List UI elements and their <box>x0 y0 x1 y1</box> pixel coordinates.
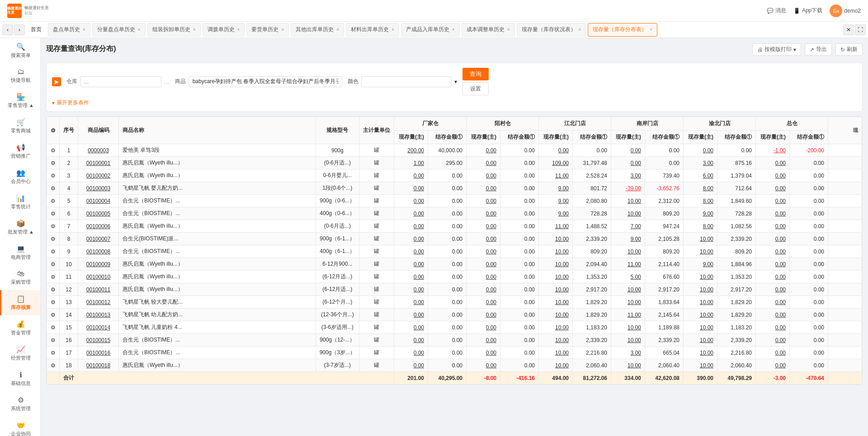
td-settings[interactable]: ⚙ <box>47 283 60 296</box>
td-changjiaCun-qty[interactable]: 200.00 <box>394 144 428 157</box>
td-code[interactable]: 00100011 <box>78 283 119 296</box>
td-changjiaCun-qty[interactable]: 0.00 <box>394 169 428 182</box>
tab-close-8[interactable]: × <box>452 27 455 32</box>
td-code[interactable]: 00100013 <box>78 309 119 321</box>
td-nanan-qty[interactable]: 10.00 <box>611 245 645 258</box>
td-changjiaCun-qty[interactable]: 0.00 <box>394 258 428 271</box>
sidebar-item-2[interactable]: 🏪零售管理 ▲ <box>0 88 40 113</box>
warehouse-input[interactable] <box>80 76 161 87</box>
td-yubei-qty[interactable]: 9.00 <box>684 207 717 220</box>
tab-10[interactable]: 现存量（库存状况表）× <box>517 23 586 37</box>
td-nanan-qty[interactable]: 9.00 <box>611 233 645 245</box>
td-changjiaCun-qty[interactable]: 0.00 <box>394 233 428 245</box>
td-code[interactable]: 0000003 <box>78 144 119 157</box>
td-yubei-qty[interactable]: 0.00 <box>684 144 717 157</box>
td-yubei-qty[interactable]: 9.00 <box>684 258 717 271</box>
tab-6[interactable]: 其他出库单历史× <box>291 23 344 37</box>
td-yubei-qty[interactable]: 10.00 <box>684 283 717 296</box>
td-changjiaCun-qty[interactable]: 0.00 <box>394 271 428 283</box>
td-zongcang-qty[interactable]: 0.00 <box>756 195 790 207</box>
td-jiangbei-qty[interactable]: 9.00 <box>539 195 573 207</box>
td-nanan-qty[interactable]: 10.00 <box>611 207 645 220</box>
query-btn[interactable]: 查询 <box>462 68 489 80</box>
td-yubei-qty[interactable]: 10.00 <box>684 233 717 245</box>
tab-close-10[interactable]: × <box>579 27 581 32</box>
td-code[interactable]: 00100004 <box>78 195 119 207</box>
td-jiangbei-qty[interactable]: 10.00 <box>539 283 573 296</box>
tab-next-btn[interactable]: › <box>14 24 25 35</box>
td-mucun-qty[interactable]: 0.00 <box>467 157 500 169</box>
td-yubei-qty[interactable]: 10.00 <box>684 359 717 372</box>
td-nanan-qty[interactable]: 11.00 <box>611 258 645 271</box>
td-nanan-qty[interactable]: 3.00 <box>611 347 645 359</box>
sidebar-item-3[interactable]: 🛒零售商城 <box>0 113 40 139</box>
td-code[interactable]: 00100010 <box>78 271 119 283</box>
td-zongcang-qty[interactable]: -1.00 <box>756 144 790 157</box>
td-jiangbei-qty[interactable]: 0.00 <box>539 144 573 157</box>
td-mucun-qty[interactable]: 0.00 <box>467 144 500 157</box>
expand-more-btn[interactable]: ▾ 展开更多条件 <box>52 99 89 107</box>
td-changjiaCun-qty[interactable]: 1.00 <box>394 157 428 169</box>
sidebar-item-4[interactable]: 📢营销推广 <box>0 139 40 164</box>
td-zongcang-qty[interactable]: 0.00 <box>756 347 790 359</box>
td-zongcang-qty[interactable]: 0.00 <box>756 169 790 182</box>
tab-close-5[interactable]: × <box>281 27 284 32</box>
td-jiangbei-qty[interactable]: 10.00 <box>539 334 573 347</box>
td-yubei-qty[interactable]: 8.00 <box>684 195 717 207</box>
td-nanan-qty[interactable]: 10.00 <box>611 283 645 296</box>
td-code[interactable]: 00100015 <box>78 334 119 347</box>
td-mucun-qty[interactable]: 0.00 <box>467 359 500 372</box>
td-code[interactable]: 00100006 <box>78 220 119 233</box>
td-nanan-qty[interactable]: 10.00 <box>611 321 645 334</box>
td-changjiaCun-qty[interactable]: 0.00 <box>394 245 428 258</box>
sidebar-item-5[interactable]: 👥会员中心 <box>0 164 40 189</box>
sidebar-item-13[interactable]: ℹ基础信息 <box>0 366 40 391</box>
td-jiangbei-qty[interactable]: 10.00 <box>539 271 573 283</box>
td-jiangbei-qty[interactable]: 11.00 <box>539 220 573 233</box>
td-changjiaCun-qty[interactable]: 0.00 <box>394 334 428 347</box>
tab-close-9[interactable]: × <box>507 27 510 32</box>
td-jiangbei-qty[interactable]: 10.00 <box>539 309 573 321</box>
td-settings[interactable]: ⚙ <box>47 296 60 309</box>
tab-5[interactable]: 要货单历史× <box>246 23 289 37</box>
td-jiangbei-qty[interactable]: 10.00 <box>539 245 573 258</box>
tab-11[interactable]: 现存量（库存分布表）× <box>588 23 657 37</box>
td-yubei-qty[interactable]: 10.00 <box>684 271 717 283</box>
td-settings[interactable]: ⚙ <box>47 169 60 182</box>
tab-1[interactable]: 盘点单历史× <box>48 23 90 37</box>
user-profile[interactable]: Ea demo2 <box>830 5 861 17</box>
tab-8[interactable]: 产成品入库单历史× <box>401 23 460 37</box>
td-code[interactable]: 00100003 <box>78 182 119 195</box>
message-btn[interactable]: 💬 消息 <box>767 7 786 14</box>
td-zongcang-qty[interactable]: 0.00 <box>756 283 790 296</box>
td-code[interactable]: 00100008 <box>78 245 119 258</box>
td-zongcang-qty[interactable]: 0.00 <box>756 258 790 271</box>
goods-input[interactable] <box>189 76 342 87</box>
tab-prev-btn[interactable]: ‹ <box>2 24 13 35</box>
td-settings[interactable]: ⚙ <box>47 334 60 347</box>
export-btn[interactable]: ↗ 导出 <box>805 43 832 56</box>
td-mucun-qty[interactable]: 0.00 <box>467 182 500 195</box>
td-nanan-qty[interactable]: -39.00 <box>611 182 645 195</box>
td-nanan-qty[interactable]: 0.00 <box>611 157 645 169</box>
warehouse-dots-btn[interactable]: ... <box>164 78 170 85</box>
td-settings[interactable]: ⚙ <box>47 258 60 271</box>
td-zongcang-qty[interactable]: 0.00 <box>756 359 790 372</box>
td-zongcang-qty[interactable]: 0.00 <box>756 271 790 283</box>
td-yubei-qty[interactable]: 3.00 <box>684 157 717 169</box>
td-mucun-qty[interactable]: 0.00 <box>467 271 500 283</box>
expand-toggle-btn[interactable]: ▶ <box>52 77 61 86</box>
tab-close-4[interactable]: × <box>237 27 240 32</box>
td-settings[interactable]: ⚙ <box>47 233 60 245</box>
td-mucun-qty[interactable]: 0.00 <box>467 233 500 245</box>
td-zongcang-qty[interactable]: 0.00 <box>756 157 790 169</box>
td-jiangbei-qty[interactable]: 10.00 <box>539 233 573 245</box>
td-nanan-qty[interactable]: 10.00 <box>611 296 645 309</box>
td-code[interactable]: 00100002 <box>78 169 119 182</box>
td-jiangbei-qty[interactable]: 10.00 <box>539 359 573 372</box>
tab-close-6[interactable]: × <box>336 27 339 32</box>
td-changjiaCun-qty[interactable]: 0.00 <box>394 283 428 296</box>
tab-7[interactable]: 材料出库单历史× <box>346 23 399 37</box>
td-code[interactable]: 00100012 <box>78 296 119 309</box>
color-input[interactable] <box>361 76 452 87</box>
